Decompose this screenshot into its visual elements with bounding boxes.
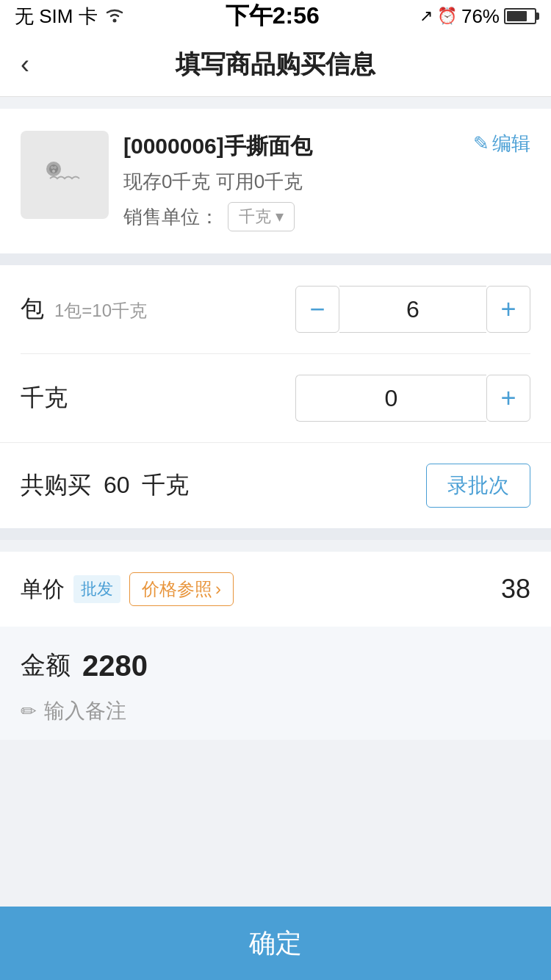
status-bar: 无 SIM 卡 下午2:56 ↗ ⏰ 76% xyxy=(0,0,551,32)
status-right: ↗ ⏰ 76% xyxy=(419,5,536,28)
total-section: 共购买 60 千克 录批次 xyxy=(0,442,551,528)
bao-controls: − + xyxy=(295,286,530,333)
time-display: 下午2:56 xyxy=(226,0,320,32)
price-ref-button[interactable]: 价格参照 › xyxy=(129,572,234,606)
amount-label: 金额 xyxy=(21,649,71,682)
unit-label: 销售单位： xyxy=(123,204,219,230)
bao-decrement-button[interactable]: − xyxy=(295,286,339,333)
kg-input[interactable] xyxy=(295,375,486,422)
nav-bar: ‹ 填写商品购买信息 xyxy=(0,32,551,97)
bao-hint: 1包=10千克 xyxy=(54,299,147,323)
edit-icon: ✎ xyxy=(473,132,489,155)
product-image xyxy=(21,131,109,219)
quantity-section: 包 1包=10千克 − + 千克 + xyxy=(0,265,551,442)
section-divider-1 xyxy=(0,253,551,265)
price-value: 38 xyxy=(501,574,530,605)
product-unit-row: 销售单位： 千克 ▾ xyxy=(123,202,530,231)
total-amount: 60 xyxy=(104,472,130,498)
batch-button[interactable]: 录批次 xyxy=(426,464,530,508)
confirm-button[interactable]: 确定 xyxy=(0,907,551,980)
remark-row[interactable]: ✏ 输入备注 xyxy=(21,697,530,725)
bao-increment-button[interactable]: + xyxy=(486,286,530,333)
kg-controls: + xyxy=(295,375,530,422)
location-icon: ↗ xyxy=(419,7,433,26)
bao-label: 包 1包=10千克 xyxy=(21,293,147,325)
price-label-group: 单价 批发 价格参照 › xyxy=(21,572,234,606)
kg-label: 千克 xyxy=(21,382,68,414)
unit-value: 千克 xyxy=(239,206,271,228)
alarm-icon: ⏰ xyxy=(437,7,457,26)
dropdown-icon: ▾ xyxy=(276,207,284,226)
price-ref-label: 价格参照 xyxy=(142,577,212,601)
price-section: 单价 批发 价格参照 › 38 xyxy=(0,552,551,627)
svg-point-0 xyxy=(112,18,116,22)
section-divider-2 xyxy=(0,528,551,540)
total-unit: 千克 xyxy=(142,472,189,498)
svg-point-5 xyxy=(52,170,55,173)
product-stock: 现存0千克 可用0千克 xyxy=(123,169,530,195)
product-section: [0000006]手撕面包 现存0千克 可用0千克 销售单位： 千克 ▾ ✎ 编… xyxy=(0,109,551,253)
kg-text: 千克 xyxy=(21,382,68,414)
wifi-icon xyxy=(104,5,126,28)
carrier-text: 无 SIM 卡 xyxy=(15,4,98,29)
price-ref-chevron: › xyxy=(215,579,221,599)
bao-text: 包 xyxy=(21,293,44,325)
product-info: [0000006]手撕面包 现存0千克 可用0千克 销售单位： 千克 ▾ xyxy=(123,131,530,231)
page-title: 填写商品购买信息 xyxy=(176,48,375,82)
kg-increment-button[interactable]: + xyxy=(486,375,530,422)
total-text: 共购买 60 千克 xyxy=(21,469,189,502)
kg-row: 千克 + xyxy=(21,354,530,442)
battery-icon xyxy=(504,8,536,24)
remark-placeholder: 输入备注 xyxy=(44,697,126,725)
bao-row: 包 1包=10千克 − + xyxy=(21,265,530,354)
amount-row: 金额 2280 xyxy=(21,649,530,682)
battery-text: 76% xyxy=(461,5,500,28)
price-tag: 批发 xyxy=(73,575,120,603)
product-title: [0000006]手撕面包 xyxy=(123,131,530,162)
bao-input[interactable] xyxy=(339,286,486,333)
edit-label: 编辑 xyxy=(492,131,530,156)
total-label: 共购买 xyxy=(21,472,91,498)
price-label: 单价 xyxy=(21,574,65,605)
svg-point-4 xyxy=(54,166,57,169)
edit-button[interactable]: ✎ 编辑 xyxy=(473,131,530,156)
svg-point-3 xyxy=(51,166,54,169)
back-button[interactable]: ‹ xyxy=(21,49,29,80)
status-left: 无 SIM 卡 xyxy=(15,4,126,29)
unit-selector[interactable]: 千克 ▾ xyxy=(228,202,295,231)
amount-section: 金额 2280 ✏ 输入备注 xyxy=(0,627,551,740)
pencil-icon: ✏ xyxy=(21,700,37,723)
amount-value: 2280 xyxy=(82,649,148,682)
